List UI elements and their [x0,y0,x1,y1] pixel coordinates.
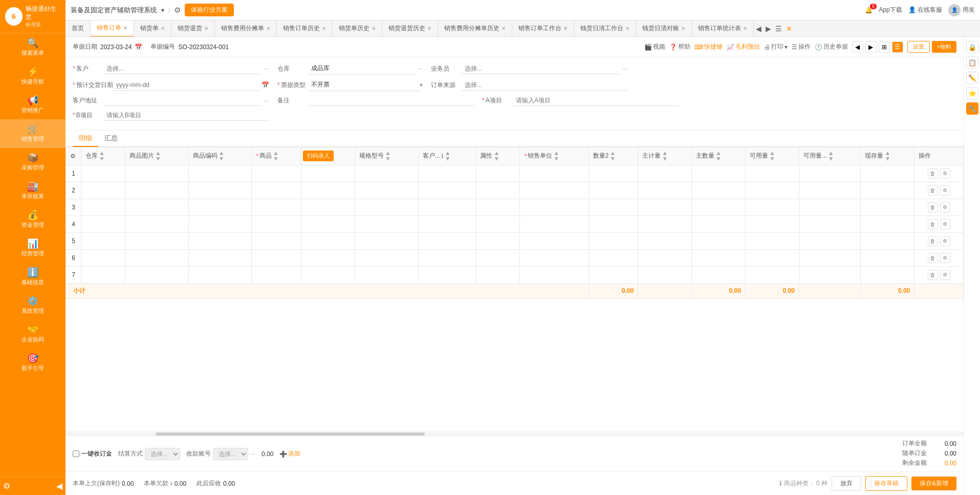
tab-close-icon[interactable]: ✕ [123,25,127,31]
row-delete-icon[interactable]: 🗑 [928,270,938,280]
online-service-link[interactable]: 👤 在线客服 [908,6,942,14]
tab-summary[interactable]: 汇总 [98,131,124,146]
tab-close-icon[interactable]: ✕ [681,26,685,31]
th-settings[interactable]: ⚙ [66,147,81,165]
tab-close-icon[interactable]: ✕ [204,26,208,31]
grid-view-icon[interactable]: ⊞ [879,41,890,53]
tab-sales-order-history[interactable]: 销售订单历史 ✕ [277,20,333,37]
tab-sales-stats[interactable]: 销售订单统计表 ✕ [692,20,754,37]
payment-method-select[interactable]: 选择... [145,448,180,460]
solution-button[interactable]: 体验行业方案 [185,4,234,16]
sidebar-item-guide[interactable]: 🎯 新手引导 [0,349,66,377]
tab-close-icon[interactable]: ✕ [743,26,747,31]
settings-button[interactable]: 设置 [907,41,930,53]
sidebar-item-enterprise[interactable]: 🤝 企业协同 [0,320,66,349]
profit-action[interactable]: 📈 毛利预估 [727,42,760,51]
sidebar-item-finance[interactable]: 💰 资金管理 [0,205,66,234]
salesperson-expand-icon[interactable]: ··· [622,65,627,72]
scrollbar-thumb[interactable] [156,433,425,436]
tab-menu-icon[interactable]: ☰ [773,25,784,33]
delivery-date-input[interactable] [113,80,259,91]
horizontal-scrollbar[interactable] [66,432,964,436]
sidebar-item-marketing[interactable]: 📢 营销推广 [0,91,66,119]
row-delete-icon[interactable]: 🗑 [928,202,938,212]
customer-expand-icon[interactable]: ··· [264,65,269,72]
account-select[interactable]: 选择... [213,448,248,460]
topbar-settings-icon[interactable]: ⚙ [174,6,181,15]
row-copy-icon[interactable]: ⊕ [940,253,950,263]
tab-fee-history[interactable]: 销售费用分摊单历史 ✕ [438,20,512,37]
account-expand-icon[interactable]: ··· [250,450,255,458]
tab-close-icon[interactable]: ✕ [625,26,629,31]
sidebar-item-sales[interactable]: 🛒 销售管理 [0,119,66,148]
a-project-input[interactable] [513,95,679,106]
sidebar-item-inventory[interactable]: 🏭 库存核算 [0,177,66,205]
right-icon-lock[interactable]: 🔒 [966,41,978,53]
row-delete-icon[interactable]: 🗑 [928,185,938,196]
nav-next-icon[interactable]: ▶ [865,41,877,53]
tab-close-icon[interactable]: ✕ [563,26,568,31]
warehouse-expand-icon[interactable]: ··· [418,65,423,72]
row-copy-icon[interactable]: ⊕ [940,202,950,212]
list-view-icon[interactable]: ☰ [892,41,903,53]
tab-goods-history[interactable]: 销货单历史 ✕ [333,20,382,37]
user-menu[interactable]: 👤 用友 [948,4,975,16]
salesperson-input[interactable] [462,63,620,74]
nav-prev-icon[interactable]: ◀ [852,41,863,53]
tab-close-icon[interactable]: ✕ [427,26,431,31]
row-delete-icon[interactable]: 🗑 [928,168,938,179]
scan-button[interactable]: 扫码录入 [303,150,334,161]
sidebar-item-base[interactable]: ℹ️ 基础信息 [0,263,66,291]
sidebar-collapse-icon[interactable]: ◀ [56,481,62,491]
warehouse-value[interactable]: 成品库 [308,62,416,75]
sidebar-settings-icon[interactable]: ⚙ [3,481,10,491]
tab-daily-reconcile[interactable]: 钱货日清对账 ✕ [636,20,692,37]
customer-address-input[interactable] [103,95,262,106]
tab-sales-order[interactable]: 销售订单 ✕ [91,20,134,37]
tab-next-icon[interactable]: ▶ [764,25,773,33]
tab-daily-workbench[interactable]: 钱货日清工作台 ✕ [574,20,636,37]
add-product-button[interactable]: +物料 [932,41,956,53]
tab-close-icon[interactable]: ✕ [266,26,270,31]
tab-home[interactable]: 首页 [66,20,91,37]
right-icon-tool[interactable]: 🔧 [966,102,978,115]
tab-close-icon[interactable]: ✕ [161,26,165,31]
one-click-checkbox[interactable] [73,450,79,457]
tab-close-icon[interactable]: ✕ [322,26,326,31]
row-delete-icon[interactable]: 🗑 [928,219,938,229]
tab-detail[interactable]: 明细 [73,131,98,147]
shortcut-action[interactable]: ⌨ 快捷键 [694,42,723,51]
row-copy-icon[interactable]: ⊕ [940,270,950,280]
invoice-type-value[interactable]: 不开票 [308,79,420,91]
tab-return-history[interactable]: 销货退货历史 ✕ [382,20,438,37]
app-download-link[interactable]: App下载 [879,6,902,14]
tab-close-all-icon[interactable]: ✕ [784,25,794,33]
row-copy-icon[interactable]: ⊕ [940,236,950,246]
b-project-input[interactable] [103,110,269,121]
save-draft-button[interactable]: 保存草稿 [865,476,907,491]
print-action[interactable]: 🖨 打印 ▾ [764,42,788,51]
tab-prev-icon[interactable]: ◀ [754,25,764,33]
notification-badge[interactable]: 🔔 8 [865,7,873,14]
history-action[interactable]: 🕐 历史单据 [815,42,848,51]
tab-close-icon[interactable]: ✕ [502,26,506,31]
row-copy-icon[interactable]: ⊕ [940,185,950,196]
right-icon-star[interactable]: ⭐ [966,87,978,99]
row-delete-icon[interactable]: 🗑 [928,253,938,263]
tab-sales-goods[interactable]: 销货单 ✕ [134,20,171,37]
customer-input[interactable] [103,63,262,74]
address-expand-icon[interactable]: ··· [264,97,269,104]
help-action[interactable]: ❓ 帮助 [669,42,690,51]
sidebar-item-system[interactable]: ⚙️ 系统管理 [0,291,66,320]
remark-input[interactable] [308,95,474,106]
date-value[interactable]: 2023-03-24 [100,44,132,51]
operation-action[interactable]: ☰ 操作 [792,42,811,51]
sidebar-item-purchase[interactable]: 📦 采购管理 [0,148,66,177]
right-icon-edit[interactable]: ✏️ [966,72,978,84]
tab-close-icon[interactable]: ✕ [372,26,376,31]
row-copy-icon[interactable]: ⊕ [940,219,950,229]
row-delete-icon[interactable]: 🗑 [928,236,938,246]
sidebar-item-quicknav[interactable]: ⚡ 快捷导航 [0,62,66,91]
system-title-dropdown[interactable]: ▾ [161,7,164,14]
row-copy-icon[interactable]: ⊕ [940,168,950,179]
